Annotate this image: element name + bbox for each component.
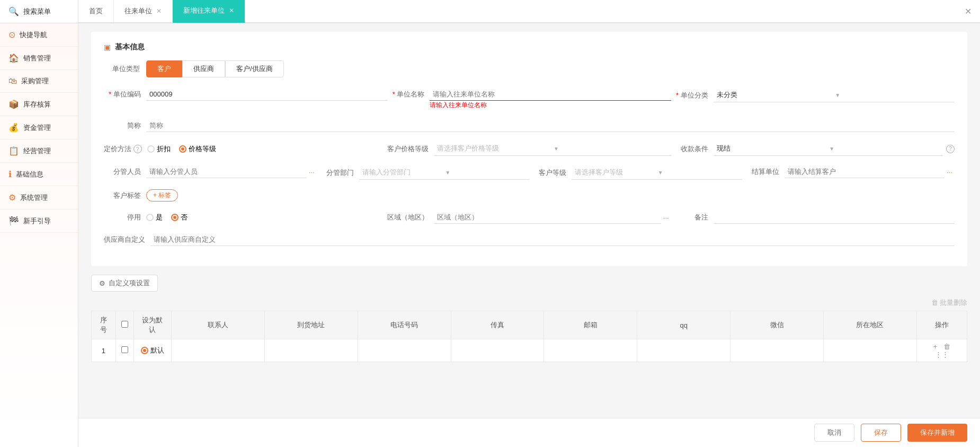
settlement-input[interactable] bbox=[785, 165, 945, 178]
sidebar-item-basic-info[interactable]: ℹ 基础信息 bbox=[0, 163, 78, 186]
section-icon: ▣ bbox=[104, 43, 111, 51]
btn-supplier[interactable]: 供应商 bbox=[182, 60, 225, 77]
disable-radio-group: 是 否 bbox=[146, 213, 188, 222]
dept-select[interactable]: 请输入分管部门 ▼ bbox=[359, 165, 530, 180]
table-header-row: 序号 设为默认 联系人 到货地址 电话号码 传真 邮箱 qq 微信 所在地区 操… bbox=[92, 311, 967, 339]
sidebar-item-operations[interactable]: 📋 经营管理 bbox=[0, 139, 78, 163]
tab-new-partner[interactable]: 新增往来单位 ✕ bbox=[173, 0, 245, 23]
unit-category-select[interactable]: 未分类 ▼ bbox=[714, 88, 955, 102]
cell-fax bbox=[451, 339, 544, 362]
sidebar-item-label: 库存核算 bbox=[23, 100, 51, 109]
sidebar-item-label: 搜索菜单 bbox=[23, 7, 51, 16]
email-input[interactable] bbox=[549, 347, 631, 355]
th-default: 设为默认 bbox=[133, 311, 171, 339]
sidebar-item-label: 资金管理 bbox=[23, 123, 51, 133]
phone-input[interactable] bbox=[363, 347, 446, 355]
remark-input[interactable] bbox=[714, 211, 955, 224]
unit-code-input[interactable] bbox=[146, 88, 387, 101]
payment-help-icon[interactable]: ? bbox=[946, 145, 955, 153]
close-new-partner-tab[interactable]: ✕ bbox=[229, 7, 234, 14]
radio-no-circle bbox=[171, 214, 179, 221]
row-manager: 分管人员 ··· 分管部门 请输入分管部门 ▼ 客户等级 请选择客户等级 ▼ bbox=[104, 165, 955, 180]
region-more-btn[interactable]: ··· bbox=[661, 214, 671, 222]
bulk-delete-btn[interactable]: 🗑 批量删除 bbox=[91, 298, 967, 308]
finance-icon: 💰 bbox=[8, 122, 19, 133]
radio-yes[interactable]: 是 bbox=[146, 213, 163, 222]
wechat-input[interactable] bbox=[736, 347, 818, 355]
default-radio-label[interactable]: 默认 bbox=[139, 346, 166, 355]
radio-price-level[interactable]: 价格等级 bbox=[179, 144, 216, 154]
tab-home[interactable]: 首页 bbox=[78, 0, 114, 23]
contact-input[interactable] bbox=[177, 347, 259, 355]
save-button[interactable]: 保存 bbox=[861, 424, 901, 442]
operations-icon: 📋 bbox=[8, 146, 19, 156]
region-input[interactable] bbox=[434, 211, 661, 224]
close-all-tabs[interactable]: ✕ bbox=[956, 6, 980, 16]
customer-price-level-label: 客户价格等级 bbox=[387, 144, 434, 154]
add-row-btn[interactable]: + bbox=[933, 343, 938, 350]
unit-type-row: 单位类型 客户 供应商 客户/供应商 bbox=[104, 60, 955, 77]
search-icon: 🔍 bbox=[8, 6, 19, 16]
drag-handle[interactable]: ⋮⋮ bbox=[935, 350, 949, 358]
qq-input[interactable] bbox=[643, 347, 725, 355]
contacts-table-wrapper: 🗑 批量删除 序号 设为默认 联系人 到货地址 电话号码 传真 邮箱 qq bbox=[91, 298, 967, 362]
th-no: 序号 bbox=[92, 311, 116, 339]
th-phone: 电话号码 bbox=[358, 311, 451, 339]
field-customer-level: 客户等级 请选择客户等级 ▼ bbox=[529, 165, 742, 180]
sidebar-item-quick-nav[interactable]: ⊙ 快捷导航 bbox=[0, 23, 78, 47]
field-unit-category: 单位分类 未分类 ▼ bbox=[671, 88, 955, 102]
delete-icon: 🗑 bbox=[931, 299, 938, 306]
row-checkbox[interactable] bbox=[121, 346, 128, 353]
settlement-more-btn[interactable]: ··· bbox=[945, 168, 955, 176]
address-input[interactable] bbox=[270, 347, 352, 355]
customer-price-level-select[interactable]: 请选择客户价格等级 ▼ bbox=[434, 142, 671, 156]
contacts-table: 序号 设为默认 联系人 到货地址 电话号码 传真 邮箱 qq 微信 所在地区 操… bbox=[91, 311, 967, 362]
sidebar-item-purchase[interactable]: 🛍 采购管理 bbox=[0, 70, 78, 93]
sidebar-item-label: 经营管理 bbox=[23, 146, 51, 156]
sidebar-item-sales[interactable]: 🏠 销售管理 bbox=[0, 47, 78, 70]
short-name-input[interactable] bbox=[146, 119, 955, 132]
cell-no: 1 bbox=[92, 339, 116, 362]
sidebar-item-inventory[interactable]: 📦 库存核算 bbox=[0, 93, 78, 116]
unit-name-input[interactable] bbox=[430, 88, 671, 101]
cell-qq bbox=[637, 339, 730, 362]
pricing-radio-group: 折扣 价格等级 bbox=[147, 144, 216, 154]
sidebar-item-search[interactable]: 🔍 搜索菜单 bbox=[0, 0, 78, 23]
cell-address bbox=[264, 339, 358, 362]
add-tag-btn[interactable]: + 标签 bbox=[146, 189, 178, 201]
select-all-checkbox[interactable] bbox=[121, 321, 128, 328]
manager-input[interactable] bbox=[146, 165, 307, 178]
radio-price-level-circle bbox=[179, 145, 186, 153]
btn-both[interactable]: 客户/供应商 bbox=[225, 60, 284, 77]
payment-terms-select[interactable]: 现结 ▼ bbox=[714, 142, 943, 156]
default-radio-circle bbox=[141, 347, 148, 354]
th-qq: qq bbox=[637, 311, 730, 339]
fax-input[interactable] bbox=[457, 347, 539, 355]
row-pricing: 定价方法 ? 折扣 价格等级 客户 bbox=[104, 142, 955, 156]
payment-terms-label: 收款条件 bbox=[671, 144, 714, 154]
chevron-down-icon: ▼ bbox=[554, 146, 668, 152]
save-new-button[interactable]: 保存并新增 bbox=[907, 424, 967, 442]
sidebar-item-guide[interactable]: 🏁 新手引导 bbox=[0, 209, 78, 233]
help-icon[interactable]: ? bbox=[133, 145, 142, 153]
manager-more-btn[interactable]: ··· bbox=[307, 168, 317, 176]
radio-no[interactable]: 否 bbox=[171, 213, 188, 222]
supplier-custom-input[interactable] bbox=[150, 233, 955, 246]
customer-level-select[interactable]: 请选择客户等级 ▼ bbox=[572, 165, 742, 180]
th-wechat: 微信 bbox=[730, 311, 824, 339]
guide-icon: 🏁 bbox=[8, 216, 19, 226]
tab-bar: 首页 往来单位 ✕ 新增往来单位 ✕ ✕ bbox=[78, 0, 980, 23]
sidebar-item-finance[interactable]: 💰 资金管理 bbox=[0, 116, 78, 139]
sidebar-item-system[interactable]: ⚙ 系统管理 bbox=[0, 186, 78, 209]
tab-partners[interactable]: 往来单位 ✕ bbox=[114, 0, 173, 23]
row-disable: 停用 是 否 区域（地区） ··· bbox=[104, 211, 955, 224]
supplier-custom-label: 供应商自定义 bbox=[104, 235, 150, 244]
custom-settings-btn[interactable]: ⚙ 自定义项设置 bbox=[91, 275, 158, 292]
close-partners-tab[interactable]: ✕ bbox=[156, 7, 162, 15]
location-input[interactable] bbox=[829, 347, 911, 355]
btn-customer[interactable]: 客户 bbox=[146, 60, 182, 77]
delete-row-btn[interactable]: 🗑 bbox=[943, 343, 950, 350]
row-tags: 客户标签 + 标签 bbox=[104, 189, 955, 201]
radio-discount[interactable]: 折扣 bbox=[147, 144, 171, 154]
cancel-button[interactable]: 取消 bbox=[814, 424, 854, 442]
